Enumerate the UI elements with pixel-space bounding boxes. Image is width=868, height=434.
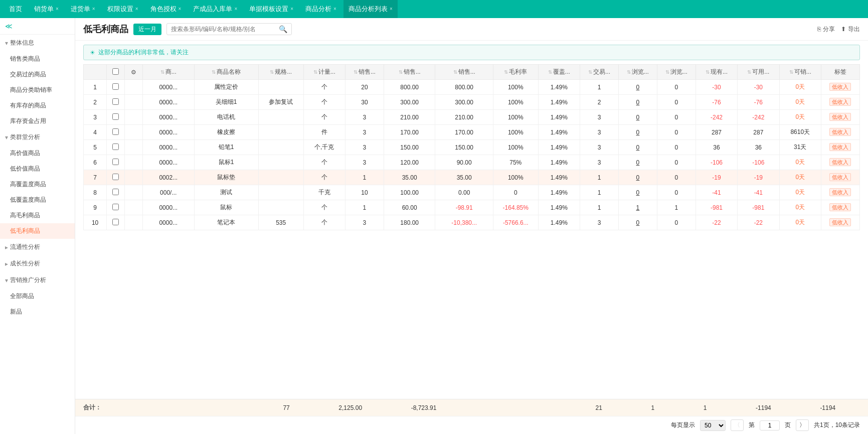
prev-page-button[interactable]: 〈 — [731, 419, 744, 431]
cell-spec — [258, 185, 303, 200]
sidebar-item-new-products[interactable]: 新品 — [0, 304, 75, 320]
nav-close-template[interactable]: × — [290, 0, 293, 18]
nav-item-template[interactable]: 单据模板设置 × — [244, 0, 298, 18]
arrow-down-icon-3: ▾ — [5, 277, 8, 284]
browse1-link[interactable]: 0 — [636, 219, 640, 226]
cell-settings — [125, 185, 143, 200]
cell-sales-count: 3 — [345, 125, 384, 140]
sidebar-item-traded-products[interactable]: 交易过的商品 — [0, 67, 75, 82]
settings-icon[interactable]: ⚙ — [131, 69, 136, 76]
row-checkbox[interactable] — [112, 83, 119, 90]
cell-coverage: 1.49% — [538, 140, 580, 155]
cell-available: -242 — [738, 110, 779, 125]
cell-saleable: 31天 — [779, 140, 821, 155]
cell-name: 橡皮擦 — [194, 125, 258, 140]
select-all-checkbox[interactable] — [112, 68, 119, 75]
cell-name: 电话机 — [194, 110, 258, 125]
cell-code: 0000... — [142, 215, 194, 230]
cell-index: 9 — [84, 200, 107, 215]
sidebar-collapse-btn[interactable]: ≪ — [3, 20, 15, 32]
nav-item-analysis[interactable]: 商品分析 × — [300, 0, 341, 18]
row-checkbox[interactable] — [112, 113, 119, 120]
nav-close-product-entry[interactable]: × — [234, 0, 237, 18]
nav-item-analysis-list[interactable]: 商品分析列表 × — [343, 0, 398, 18]
sidebar-item-high-value[interactable]: 高价值商品 — [0, 146, 75, 161]
row-checkbox[interactable] — [112, 143, 119, 150]
nav-item-product-entry[interactable]: 产成品入库单 × — [188, 0, 242, 18]
sidebar-item-sales-products[interactable]: 销售类商品 — [0, 51, 75, 67]
tag-badge: 低收入 — [829, 218, 851, 226]
search-input[interactable] — [171, 26, 276, 33]
cell-current: -41 — [696, 185, 737, 200]
sidebar-item-all-products[interactable]: 全部商品 — [0, 288, 75, 304]
share-button[interactable]: ⎘ 分享 — [817, 25, 835, 34]
tag-badge: 低收入 — [829, 113, 851, 121]
sidebar-item-low-coverage[interactable]: 低覆盖度商品 — [0, 192, 75, 208]
cell-saleable: 0天 — [779, 185, 821, 200]
sidebar-section-cluster[interactable]: ▾ 类群堂分析 — [0, 129, 75, 146]
cell-settings — [125, 215, 143, 230]
nav-item-home[interactable]: 首页 — [4, 0, 27, 18]
export-button[interactable]: ⬆ 导出 — [841, 25, 860, 34]
nav-close-analysis-list[interactable]: × — [390, 0, 393, 18]
data-table: ⚙ ⇅商... ⇅商品名称 ⇅规格... ⇅计量... ⇅销售... ⇅销售..… — [83, 64, 860, 230]
nav-close-permission[interactable]: × — [135, 0, 138, 18]
cell-browse2: 0 — [657, 155, 696, 170]
page-size-select[interactable]: 50 100 200 — [700, 420, 726, 431]
sidebar-item-high-coverage[interactable]: 高覆盖度商品 — [0, 177, 75, 192]
row-checkbox[interactable] — [112, 98, 119, 105]
tag-badge: 低收入 — [829, 143, 851, 151]
browse1-link[interactable]: 0 — [636, 99, 640, 106]
sidebar-section-overview[interactable]: ▾ 整体信息 — [0, 35, 75, 51]
sidebar-item-with-stock[interactable]: 有库存的商品 — [0, 98, 75, 113]
nav-close-role[interactable]: × — [179, 0, 182, 18]
cell-sales-price: 120.00 — [384, 155, 435, 170]
sidebar-item-stock-capital[interactable]: 库存资金占用 — [0, 113, 75, 129]
sidebar-item-high-margin[interactable]: 高毛利商品 — [0, 208, 75, 223]
sidebar-section-circulation[interactable]: ▸ 流通性分析 — [0, 239, 75, 255]
sidebar-section-growth[interactable]: ▸ 成长性分析 — [0, 255, 75, 272]
search-icon[interactable]: 🔍 — [279, 25, 287, 33]
cell-transaction: 1 — [580, 185, 619, 200]
sidebar-item-category-rate[interactable]: 商品分类助销率 — [0, 82, 75, 98]
browse1-link[interactable]: 0 — [636, 114, 640, 121]
row-checkbox[interactable] — [112, 219, 119, 225]
nav-item-sales[interactable]: 销货单 × — [29, 0, 64, 18]
cell-index: 10 — [84, 215, 107, 230]
footer-sales-amount: -8,723.91 — [409, 404, 439, 411]
arrow-right-icon-2: ▸ — [5, 260, 8, 267]
table-row: 2 0000... 吴细细1 参加复试 个 30 300.00 300.00 1… — [84, 95, 860, 110]
nav-close-sales[interactable]: × — [56, 0, 59, 18]
cell-spec — [258, 155, 303, 170]
row-checkbox[interactable] — [112, 159, 119, 165]
sidebar-item-low-value[interactable]: 低价值商品 — [0, 161, 75, 177]
sidebar-section-marketing[interactable]: ▾ 营销推广分析 — [0, 272, 75, 288]
browse1-link[interactable]: 0 — [636, 174, 640, 181]
nav-close-analysis[interactable]: × — [333, 0, 336, 18]
next-page-button[interactable]: 〉 — [796, 419, 809, 431]
row-checkbox[interactable] — [112, 189, 119, 195]
cell-gross-rate: -164.85% — [493, 200, 538, 215]
nav-close-purchase[interactable]: × — [92, 0, 95, 18]
row-checkbox[interactable] — [112, 204, 119, 210]
nav-item-role[interactable]: 角色授权 × — [145, 0, 187, 18]
nav-item-permission[interactable]: 权限设置 × — [102, 0, 143, 18]
browse1-link[interactable]: 0 — [636, 129, 640, 136]
nav-item-purchase[interactable]: 进货单 × — [66, 0, 100, 18]
cell-spec — [258, 125, 303, 140]
table-row: 5 0000... 铅笔1 个,千克 3 150.00 150.00 100% … — [84, 140, 860, 155]
cell-unit: 个 — [303, 80, 345, 95]
cell-sales-count: 1 — [345, 170, 384, 185]
browse1-link[interactable]: 0 — [636, 144, 640, 151]
browse1-link[interactable]: 0 — [636, 159, 640, 166]
row-checkbox[interactable] — [112, 128, 119, 135]
browse1-link[interactable]: 1 — [636, 204, 640, 211]
date-filter-button[interactable]: 近一月 — [133, 24, 161, 35]
browse1-link[interactable]: 0 — [636, 84, 640, 91]
sidebar-item-low-margin[interactable]: 低毛利商品 — [0, 223, 75, 239]
footer-transaction: 21 — [594, 404, 604, 411]
browse1-link[interactable]: 0 — [636, 189, 640, 196]
page-input[interactable] — [760, 420, 780, 430]
row-checkbox[interactable] — [112, 174, 119, 180]
table-row: 7 0002... 鼠标垫 个 1 35.00 35.00 100% 1.49%… — [84, 170, 860, 185]
